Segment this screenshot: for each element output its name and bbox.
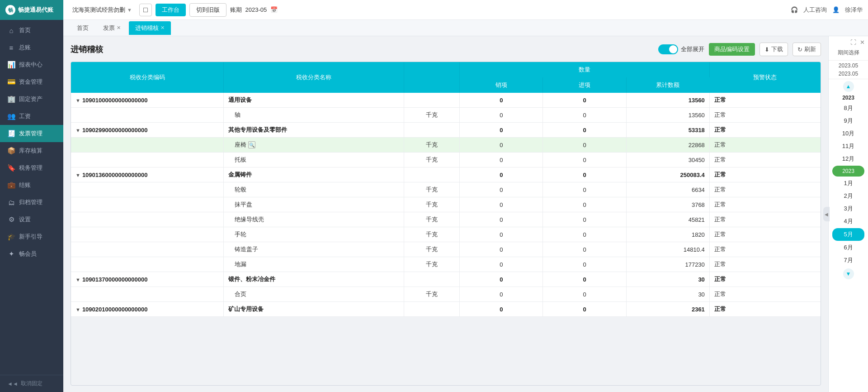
month-10[interactable]: 10月 [829,127,868,140]
sidebar-item-invoice[interactable]: 🧾 发票管理 [0,125,63,142]
expand-icon[interactable]: ▼ [75,172,80,178]
cell-tax-code: ▼10902010000000000000 [71,302,224,317]
tab-home[interactable]: 首页 [71,21,95,35]
calendar-icon[interactable]: 📅 [270,6,278,13]
sidebar-item-settle[interactable]: 💼 结账 [0,177,63,194]
month-9[interactable]: 9月 [829,115,868,127]
month-11[interactable]: 11月 [829,140,868,153]
sidebar-item-label: 总账 [19,43,31,52]
cell-tax-name: 轴 [224,108,404,123]
cell-status: 正常 [709,242,821,257]
company-selector[interactable]: 沈海英测试经营勿删 ▼ [69,4,136,16]
tab-invoice-close[interactable]: ✕ [117,25,121,31]
table-row: 合页千克0030正常 [71,287,821,302]
switch-version-button[interactable]: 切到旧版 [189,3,226,17]
cell-tax-name: 锻件、粉末冶金件 [224,272,404,287]
tax-icon: 🔖 [7,164,15,172]
tab-home-label: 首页 [77,24,89,32]
tab-reconcile-close[interactable]: ✕ [160,25,165,31]
month-2[interactable]: 2月 [829,190,868,202]
month-3[interactable]: 3月 [829,202,868,215]
month-4[interactable]: 4月 [829,215,868,228]
month-1[interactable]: 1月 [829,177,868,190]
month-5[interactable]: 5月 [832,228,864,241]
archive-icon: 🗂 [7,199,15,206]
user-name[interactable]: 徐泽华 [845,6,863,14]
cell-total: 45821 [626,212,709,227]
sidebar-item-ledger[interactable]: ≡ 总账 [0,39,63,56]
month-12[interactable]: 12月 [829,153,868,165]
sidebar-item-report[interactable]: 📊 报表中心 [0,56,63,73]
th-warning: 预警状态 [709,62,821,93]
th-purchase: 进项 [543,77,626,93]
expand-icon[interactable]: ▼ [75,128,80,133]
sidebar-item-label: 工资 [19,112,31,120]
month-7[interactable]: 7月 [829,254,868,267]
sidebar-item-settings[interactable]: ⚙ 设置 [0,211,63,228]
panel-collapse-button[interactable]: ◀ [823,207,830,221]
sidebar-item-assets[interactable]: 🏢 固定资产 [0,91,63,108]
cell-purchase: 0 [543,227,626,242]
sidebar-item-guide[interactable]: 🎓 新手引导 [0,228,63,245]
cell-tax-name: 座椅🔍 [224,138,404,153]
cell-sales: 0 [460,153,543,167]
cell-purchase: 0 [543,212,626,227]
ledger-icon: ≡ [7,44,15,52]
period-label: 账期 [230,6,242,14]
month-6[interactable]: 6月 [829,241,868,254]
sidebar-item-label: 库存核算 [19,147,42,155]
row-search-icon[interactable]: 🔍 [248,141,255,148]
sidebar: 畅 畅捷通易代账 ⌂ 首页 ≡ 总账 📊 报表中心 💳 资金管理 🏢 固定资产 … [0,0,63,392]
sidebar-item-label: 结账 [19,181,31,189]
expand-icon[interactable]: ▼ [75,277,80,282]
panel-expand-button[interactable]: ⛶ [849,38,857,46]
home-icon: ⌂ [7,27,15,34]
sidebar-item-salary[interactable]: 👥 工资 [0,108,63,125]
tab-invoice[interactable]: 发票 ✕ [97,21,127,35]
sidebar-item-finance[interactable]: 💳 资金管理 [0,73,63,91]
cell-purchase: 0 [543,287,626,302]
expand-all-toggle[interactable] [658,44,678,54]
cell-status: 正常 [709,123,821,138]
support-label[interactable]: 人工咨询 [803,6,827,14]
cell-tax-name: 通用设备 [224,93,404,108]
sidebar-footer-label: 取消固定 [21,380,42,387]
tab-reconcile[interactable]: 进销稽核 ✕ [129,21,171,35]
cell-unit [404,302,460,317]
cell-status: 正常 [709,287,821,302]
expand-icon[interactable]: ▼ [75,307,80,312]
sidebar-item-tax[interactable]: 🔖 税务管理 [0,159,63,177]
sidebar-item-home[interactable]: ⌂ 首页 [0,22,63,39]
panel-next-button[interactable]: ▼ [843,268,854,279]
cell-sales: 0 [460,227,543,242]
sidebar-unpin[interactable]: ◄◄ 取消固定 [0,375,63,392]
download-button[interactable]: ⬇ 下载 [760,43,788,56]
company-dropdown-icon: ▼ [127,7,132,13]
table-row: 铸造盖子千克0014810.4正常 [71,242,821,257]
cell-purchase: 0 [543,272,626,287]
cell-tax-code [71,182,224,197]
table-row: 托板千克0030450正常 [71,153,821,167]
cell-unit: 千克 [404,153,460,167]
invoice-icon: 🧾 [7,129,15,138]
cell-sales: 0 [460,167,543,182]
cell-tax-name: 矿山专用设备 [224,302,404,317]
sidebar-item-label: 设置 [19,215,31,224]
cell-tax-name: 绝缘导线壳 [224,212,404,227]
expand-icon[interactable]: ▼ [75,98,80,103]
finance-icon: 💳 [7,78,15,86]
table-row: 抹平盘千克003768正常 [71,197,821,212]
save-draft-button[interactable]: □ [139,4,152,16]
panel-prev-button[interactable]: ▲ [843,81,854,92]
sidebar-item-member[interactable]: ✦ 畅会员 [0,245,63,263]
month-8[interactable]: 8月 [829,102,868,115]
refresh-button[interactable]: ↻ 刷新 [793,43,821,56]
cell-total: 30450 [626,153,709,167]
cell-tax-name: 抹平盘 [224,197,404,212]
sidebar-item-inventory[interactable]: 📦 库存核算 [0,142,63,159]
product-code-button[interactable]: 商品编码设置 [709,43,755,56]
workbench-button[interactable]: 工作台 [156,4,186,16]
panel-close-button[interactable]: ✕ [858,38,866,46]
sidebar-item-archive[interactable]: 🗂 归档管理 [0,194,63,211]
inventory-icon: 📦 [7,147,15,155]
